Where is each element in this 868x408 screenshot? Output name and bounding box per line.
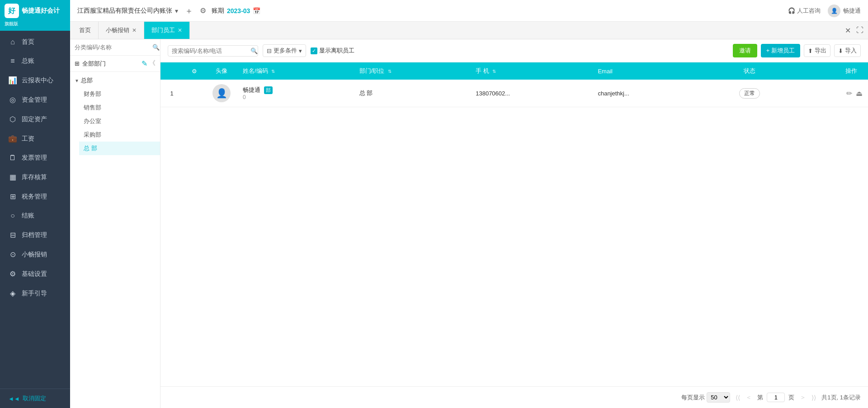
sidebar-item-archive[interactable]: ⊟ 归档管理 bbox=[0, 225, 70, 245]
tab-expense-close[interactable]: ✕ bbox=[132, 27, 137, 33]
cell-name: 畅捷通 部 0 bbox=[237, 80, 354, 107]
sidebar-item-ledger[interactable]: ≡ 总账 bbox=[0, 52, 70, 71]
edit-employee-icon[interactable]: ✏ bbox=[846, 89, 852, 98]
dept-search-bar: 🔍 bbox=[70, 39, 160, 56]
sidebar-item-funds[interactable]: ◎ 资金管理 bbox=[0, 90, 70, 109]
assets-icon: ⬡ bbox=[8, 115, 17, 123]
user-name: 畅捷通 bbox=[843, 7, 861, 15]
col-name[interactable]: 姓名/编码 ⇅ bbox=[237, 62, 354, 80]
col-dept[interactable]: 部门/职位 ⇅ bbox=[354, 62, 471, 80]
sidebar-item-tax[interactable]: ⊞ 税务管理 bbox=[0, 187, 70, 206]
sidebar-item-home[interactable]: ⌂ 首页 bbox=[0, 33, 70, 52]
header-right: 🎧 人工咨询 👤 畅捷通 bbox=[788, 5, 861, 17]
sidebar-label-payroll: 工资 bbox=[22, 135, 34, 143]
tab-expense[interactable]: 小畅报销 ✕ bbox=[99, 22, 144, 39]
dept-search-icon[interactable]: 🔍 bbox=[152, 44, 160, 51]
status-badge: 正常 bbox=[739, 88, 760, 99]
dept-child-sales[interactable]: 销售部 bbox=[79, 101, 160, 114]
employee-panel: 🔍 ⊟ 更多条件 ▾ ✓ 显示离职员工 邀请 + 新增员工 ⬆ 导出 bbox=[160, 39, 868, 408]
tab-home[interactable]: 首页 bbox=[72, 22, 99, 39]
dept-header: ⊞ 全部部门 ✎ 《 bbox=[70, 56, 160, 72]
tab-dept-employee[interactable]: 部门员工 ✕ bbox=[144, 22, 190, 39]
unpin-icon: ◄◄ bbox=[8, 395, 20, 402]
more-filter-button[interactable]: ⊟ 更多条件 ▾ bbox=[263, 44, 306, 57]
page-number-input[interactable] bbox=[767, 393, 785, 402]
add-company-button[interactable]: ＋ bbox=[184, 5, 194, 16]
employee-search-box: 🔍 bbox=[168, 45, 258, 57]
user-menu[interactable]: 👤 畅捷通 bbox=[828, 5, 861, 17]
filter-icon: ⊟ bbox=[267, 47, 272, 54]
company-dropdown-icon[interactable]: ▾ bbox=[175, 7, 178, 14]
invite-button[interactable]: 邀请 bbox=[733, 44, 757, 57]
cell-status: 正常 bbox=[707, 80, 792, 107]
export-icon: ⬆ bbox=[808, 47, 813, 54]
first-page-button[interactable]: ⟨⟨ bbox=[734, 393, 742, 402]
cell-num: 1 bbox=[160, 80, 183, 107]
main-area: 江西服宝精品有限责任公司内账张 ▾ ＋ ⚙ 账期 2023-03 📅 🎧 人工咨… bbox=[70, 0, 868, 408]
sidebar-item-checkout[interactable]: ○ 结账 bbox=[0, 206, 70, 225]
dept-child-hq[interactable]: 总 部 bbox=[79, 142, 160, 155]
col-settings[interactable]: ⚙ bbox=[183, 62, 206, 80]
collapse-icon[interactable]: 《 bbox=[149, 59, 156, 68]
logo-icon: 好 bbox=[5, 4, 19, 18]
per-page-select[interactable]: 50 100 200 bbox=[707, 392, 730, 403]
dept-group-hq[interactable]: ▼ 总部 bbox=[70, 74, 160, 87]
cell-settings bbox=[183, 80, 206, 107]
sidebar: 好 畅捷通好会计 旗舰版 ⌂ 首页 ≡ 总账 📊 云报表中心 ◎ 资金管理 ⬡ … bbox=[0, 0, 70, 408]
sidebar-item-reports[interactable]: 📊 云报表中心 bbox=[0, 71, 70, 90]
tab-dept-close[interactable]: ✕ bbox=[178, 27, 182, 33]
close-tab-button[interactable]: ✕ bbox=[844, 25, 852, 36]
sidebar-item-inventory[interactable]: ▦ 库存核算 bbox=[0, 167, 70, 187]
sidebar-item-expense[interactable]: ⊙ 小畅报销 bbox=[0, 245, 70, 264]
department-panel: 🔍 ⊞ 全部部门 ✎ 《 ▼ 总部 财务部 bbox=[70, 39, 160, 408]
dept-child-finance[interactable]: 财务部 bbox=[79, 87, 160, 101]
expand-tab-button[interactable]: ⛶ bbox=[855, 25, 864, 35]
employee-avatar: 👤 bbox=[212, 84, 231, 102]
page-size-selector: 每页显示 50 100 200 bbox=[681, 392, 730, 403]
page-word: 第 bbox=[757, 394, 763, 402]
import-icon: ⬇ bbox=[838, 47, 843, 54]
dept-child-office[interactable]: 办公室 bbox=[79, 114, 160, 128]
sidebar-label-home: 首页 bbox=[22, 38, 34, 46]
col-phone[interactable]: 手 机 ⇅ bbox=[470, 62, 592, 80]
sidebar-item-guide[interactable]: ◈ 新手引导 bbox=[0, 284, 70, 303]
cell-phone: 138070602... bbox=[470, 80, 592, 107]
add-employee-button[interactable]: + 新增员工 bbox=[761, 44, 800, 57]
next-page-button[interactable]: ＞ bbox=[798, 393, 808, 403]
prev-page-button[interactable]: ＜ bbox=[744, 393, 754, 403]
sidebar-item-settings[interactable]: ⚙ 基础设置 bbox=[0, 264, 70, 284]
page-unit: 页 bbox=[788, 394, 794, 402]
dept-child-purchase[interactable]: 采购部 bbox=[79, 128, 160, 142]
last-page-button[interactable]: ⟩⟩ bbox=[810, 393, 818, 402]
sidebar-item-payroll[interactable]: 💼 工资 bbox=[0, 129, 70, 148]
sidebar-item-assets[interactable]: ⬡ 固定资产 bbox=[0, 109, 70, 129]
all-dept-label[interactable]: ⊞ 全部部门 bbox=[75, 60, 106, 68]
app-logo: 好 畅捷通好会计 旗舰版 bbox=[0, 0, 70, 31]
sidebar-label-tax: 税务管理 bbox=[22, 193, 47, 201]
sidebar-label-guide: 新手引导 bbox=[22, 289, 47, 298]
dept-search-input[interactable] bbox=[75, 44, 151, 51]
employee-search-input[interactable] bbox=[172, 47, 248, 54]
sidebar-nav: ⌂ 首页 ≡ 总账 📊 云报表中心 ◎ 资金管理 ⬡ 固定资产 💼 工资 🗒 发… bbox=[0, 31, 70, 389]
support-link[interactable]: 🎧 人工咨询 bbox=[788, 7, 821, 15]
cell-action: ✏ ⏏ bbox=[792, 80, 868, 107]
export-button[interactable]: ⬆ 导出 bbox=[804, 44, 830, 57]
payroll-icon: 💼 bbox=[8, 134, 17, 143]
import-button[interactable]: ⬇ 导入 bbox=[834, 44, 861, 57]
show-resigned-checkbox[interactable]: ✓ 显示离职员工 bbox=[311, 47, 354, 55]
unpin-label: 取消固定 bbox=[23, 394, 46, 403]
sort-name-icon: ⇅ bbox=[271, 69, 275, 74]
checkbox-icon[interactable]: ✓ bbox=[311, 47, 317, 54]
sidebar-item-invoice[interactable]: 🗒 发票管理 bbox=[0, 148, 70, 167]
header-settings-icon[interactable]: ⚙ bbox=[200, 6, 206, 15]
inventory-icon: ▦ bbox=[8, 173, 17, 181]
archive-icon: ⊟ bbox=[8, 231, 17, 239]
unpin-button[interactable]: ◄◄ 取消固定 bbox=[0, 389, 70, 408]
edit-dept-icon[interactable]: ✎ bbox=[142, 59, 147, 68]
calendar-icon[interactable]: 📅 bbox=[253, 7, 260, 14]
cell-email: chanjethkj... bbox=[592, 80, 707, 107]
employee-search-icon[interactable]: 🔍 bbox=[250, 47, 258, 54]
logout-employee-icon[interactable]: ⏏ bbox=[856, 89, 863, 98]
app-version: 旗舰版 bbox=[5, 21, 18, 27]
tab-expense-label: 小畅报销 bbox=[106, 26, 129, 34]
